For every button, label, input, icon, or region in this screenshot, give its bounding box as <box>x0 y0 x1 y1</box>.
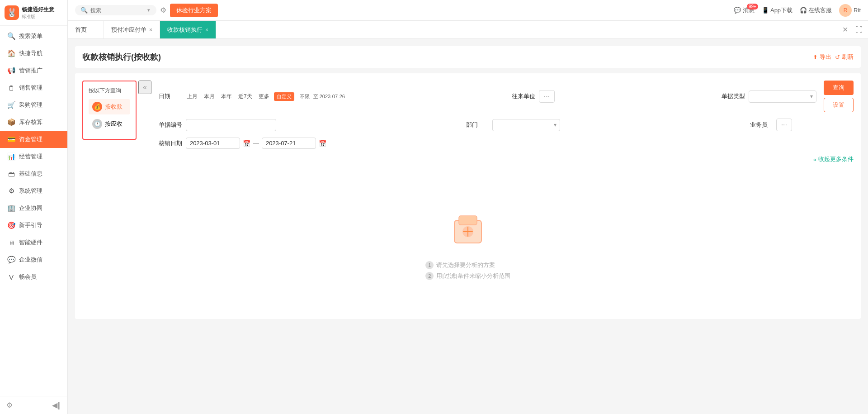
tab-receipt-writeoff-close[interactable]: × <box>205 27 208 33</box>
page-header: 收款核销执行(按收款) ⬆ 导出 ↺ 刷新 <box>75 46 861 68</box>
calendar-end-icon[interactable]: 📅 <box>319 140 326 147</box>
export-icon: ⬆ <box>813 54 818 61</box>
app-download-icon: 📱 <box>762 7 769 14</box>
empty-illustration <box>445 207 491 252</box>
staff-input[interactable]: ··· <box>776 119 792 131</box>
tab-receipt-writeoff[interactable]: 收款核销执行 × <box>160 21 216 38</box>
sidebar-item-operations[interactable]: 📊经营管理 <box>0 148 67 165</box>
date-tab-7days[interactable]: 近7天 <box>236 92 254 101</box>
finance-icon: 💳 <box>7 135 15 143</box>
industry-btn[interactable]: 休验行业方案 <box>170 4 218 17</box>
marketing-icon: 📢 <box>7 67 15 75</box>
tab-receipt-writeoff-label: 收款核销执行 <box>167 26 203 34</box>
writeoff-date-start-input[interactable] <box>186 138 240 149</box>
topbar-right: 💬 消息 99+ 📱 App下载 🎧 在线客服 R Rit <box>734 4 861 17</box>
sidebar-item-purchase[interactable]: 🛒采购管理 <box>0 96 67 114</box>
maximize-btn[interactable]: ⛶ <box>854 24 864 36</box>
calendar-start-icon[interactable]: 📅 <box>243 140 250 147</box>
date-tab-this-year[interactable]: 本年 <box>219 92 234 101</box>
counterparty-input[interactable]: ··· <box>539 90 555 103</box>
sidebar-item-vip[interactable]: V畅会员 <box>0 268 67 286</box>
staff-label: 业务员 <box>750 121 773 129</box>
topbar: 🔍 ▾ ⚙ 休验行业方案 💬 消息 99+ 📱 App下载 🎧 在线客服 <box>68 0 868 21</box>
filter-by-receivable[interactable]: 🕐 按应收 <box>89 116 130 132</box>
dept-label: 部门 <box>466 121 489 129</box>
sidebar-item-sales[interactable]: 🗒销售管理 <box>0 79 67 96</box>
search-icon: 🔍 <box>80 7 88 14</box>
date-filter: 日期 上月 本月 本年 近7天 更多 自定义 不限 至 2023-07-26 <box>159 92 345 101</box>
inventory-icon: 📦 <box>7 118 15 126</box>
dept-select-wrapper <box>492 119 560 131</box>
filter-by-receivable-label: 按应收 <box>105 120 123 128</box>
quick-nav-icon: 🏠 <box>7 49 15 57</box>
voucher-no-input[interactable] <box>186 119 276 131</box>
tab-prepay[interactable]: 预付冲应付单 × <box>104 21 160 38</box>
sales-icon: 🗒 <box>7 84 15 92</box>
user-area[interactable]: R Rit <box>839 4 861 17</box>
tabbar: 首页 预付冲应付单 × 收款核销执行 × ✕ ⛶ <box>68 21 868 39</box>
sidebar-item-finance[interactable]: 💳资金管理 <box>0 131 67 148</box>
sidebar-item-guide[interactable]: 🎯新手引导 <box>0 217 67 234</box>
gear-icon[interactable]: ⚙ <box>160 6 166 14</box>
refresh-btn[interactable]: ↺ 刷新 <box>835 53 854 61</box>
sidebar-item-system[interactable]: ⚙系统管理 <box>0 182 67 200</box>
sidebar-item-search-menu[interactable]: 🔍搜索菜单 <box>0 28 67 45</box>
settings-icon[interactable]: ⚙ <box>6 401 13 409</box>
collapse-filter-sidebar-btn[interactable]: « <box>138 81 151 94</box>
filter-form: 日期 上月 本月 本年 近7天 更多 自定义 不限 至 2023-07-26 <box>151 81 854 163</box>
filter-by-receipt-label: 按收款 <box>105 103 123 111</box>
date-tab-custom[interactable]: 自定义 <box>274 92 294 101</box>
date-tab-last-month[interactable]: 上月 <box>185 92 199 101</box>
sidebar-item-marketing[interactable]: 📢营销推广 <box>0 62 67 79</box>
empty-hint-2: 2 用[过滤]条件来缩小分析范围 <box>425 272 510 280</box>
page-actions: ⬆ 导出 ↺ 刷新 <box>813 53 854 61</box>
topbar-left: 🔍 ▾ ⚙ 休验行业方案 <box>75 4 728 17</box>
query-btn[interactable]: 查询 <box>824 81 854 95</box>
sidebar-item-inventory[interactable]: 📦库存核算 <box>0 114 67 131</box>
receipt-icon: 💰 <box>92 102 102 112</box>
service-icon: 🎧 <box>800 7 807 14</box>
smart-hw-icon: 🖥 <box>7 239 15 247</box>
settings-btn[interactable]: 设置 <box>824 98 854 112</box>
date-tab-this-month[interactable]: 本月 <box>202 92 217 101</box>
close-tab-btn[interactable]: ✕ <box>840 24 850 36</box>
enterprise-icon: 🏢 <box>7 204 15 212</box>
message-icon: 💬 <box>734 7 741 14</box>
svg-rect-1 <box>459 216 477 225</box>
page-content: 收款核销执行(按收款) ⬆ 导出 ↺ 刷新 按以下方查询 💰 <box>68 39 868 414</box>
logo-area: 🐰 畅捷通好生意 标准版 <box>0 0 67 26</box>
voucher-type-select[interactable] <box>749 90 816 103</box>
writeoff-date-end-input[interactable] <box>262 138 316 149</box>
search-input[interactable] <box>90 7 145 14</box>
logo-text: 畅捷通好生意 标准版 <box>22 6 54 20</box>
tabbar-actions: ✕ ⛶ <box>840 21 868 38</box>
filter-panel: 按以下方查询 💰 按收款 🕐 按应收 « <box>75 73 861 319</box>
collapse-sidebar-icon[interactable]: ◀‖ <box>52 401 61 409</box>
voucher-type-select-wrapper <box>749 90 816 103</box>
sidebar-item-wechat[interactable]: 💬企业微信 <box>0 251 67 268</box>
sidebar-item-smart-hw[interactable]: 🖥智能硬件 <box>0 234 67 251</box>
filter-by-receipt[interactable]: 💰 按收款 <box>89 99 130 114</box>
sidebar-item-quick-nav[interactable]: 🏠快捷导航 <box>0 45 67 62</box>
sidebar-item-basic-info[interactable]: 🗃基础信息 <box>0 165 67 182</box>
dept-select[interactable] <box>492 119 560 131</box>
sidebar-item-enterprise[interactable]: 🏢企业协同 <box>0 200 67 217</box>
empty-hint-1: 1 请先选择要分析的方案 <box>425 261 510 269</box>
filter-row-2: 单据编号 部门 <box>159 119 854 131</box>
date-tabs: 上月 本月 本年 近7天 更多 自定义 <box>185 92 294 101</box>
tab-prepay-close[interactable]: × <box>149 27 152 33</box>
search-area[interactable]: 🔍 ▾ <box>75 5 156 15</box>
export-btn[interactable]: ⬆ 导出 <box>813 53 831 61</box>
basic-info-icon: 🗃 <box>7 170 15 178</box>
message-area[interactable]: 💬 消息 99+ <box>734 6 755 14</box>
collapse-more-btn[interactable]: « 收起更多条件 <box>159 155 854 163</box>
query-btns: 查询 设置 <box>824 81 854 112</box>
online-service-link[interactable]: 🎧 在线客服 <box>800 6 832 14</box>
writeoff-date-inputs: 📅 — 📅 <box>186 138 326 149</box>
tab-home[interactable]: 首页 <box>68 21 104 38</box>
date-tab-more[interactable]: 更多 <box>257 92 271 101</box>
app-download-link[interactable]: 📱 App下载 <box>762 6 793 14</box>
sidebar: 🐰 畅捷通好生意 标准版 🔍搜索菜单🏠快捷导航📢营销推广🗒销售管理🛒采购管理📦库… <box>0 0 68 414</box>
counterparty-filter: 往来单位 ··· <box>512 90 555 103</box>
counterparty-label: 往来单位 <box>512 92 535 100</box>
